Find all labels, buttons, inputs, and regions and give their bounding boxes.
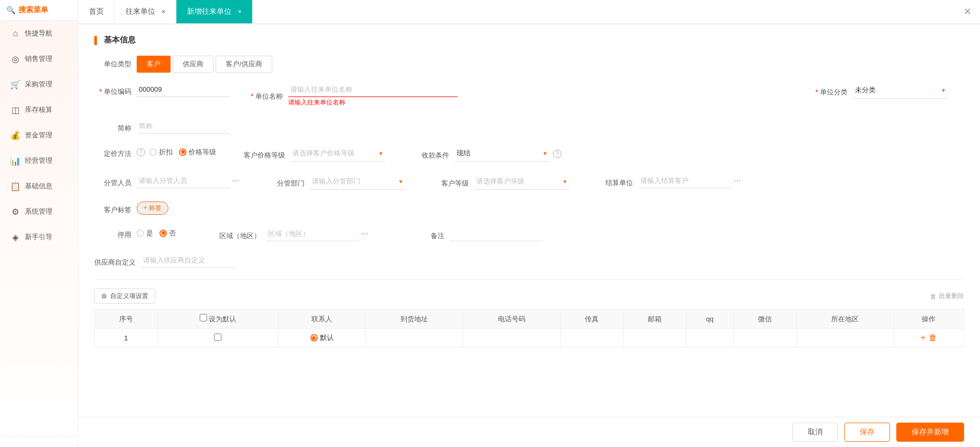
settlement-group: 结算单位 ··· [596,173,743,188]
sidebar-item-finance[interactable]: 💰 资金管理 [0,122,78,148]
add-tag-btn[interactable]: + 标签 [137,201,168,215]
unit-code-input[interactable] [137,82,230,97]
pricing-help-icon[interactable]: ? [137,148,145,156]
row-delete-btn-0[interactable]: 🗑 [929,333,937,343]
disable-no-label[interactable]: 否 [159,229,176,238]
table-cell-0-3 [366,329,463,347]
dept-arrow: ▼ [398,179,403,185]
supplier-custom-input[interactable] [141,253,234,268]
guide-icon: ◈ [10,232,21,242]
disable-yes-radio[interactable] [137,230,144,237]
sidebar-label-basic: 基础信息 [25,181,52,191]
footer-bar: 取消 保存 保存并新增 [78,417,980,447]
tab-close-partners[interactable]: × [162,8,165,15]
type-btn-supplier[interactable]: 供应商 [173,56,213,73]
unit-category-select[interactable]: 未分类 ▼ [853,82,948,99]
table-col-10: 操作 [894,310,964,329]
dept-group: 分管部门 请输入分管部门 ▼ [268,173,405,190]
batch-delete-btn[interactable]: 🗑 批量删除 [930,292,964,301]
unit-name-error: 请输入往来单位名称 [288,98,458,107]
pricing-level-radio[interactable] [179,148,186,156]
tab-new-partner[interactable]: 新增往来单位× [176,0,253,23]
sidebar-search-label: 搜索菜单 [19,5,48,15]
sidebar-label-system: 系统管理 [25,207,52,216]
form-area: ▌ 基本信息 单位类型 客户 供应商 客户/供应商 单位编码 单位名称 [78,24,980,417]
sidebar-item-quick-nav[interactable]: ⌂ 快捷导航 [0,21,78,46]
remark-group: 备注 [407,226,543,241]
unit-type-label: 单位类型 [94,56,137,69]
close-all-tabs[interactable]: ✕ [964,6,972,17]
custom-settings-label: 自定义项设置 [110,292,148,301]
ops-icon: 📊 [10,155,21,166]
unit-name-input[interactable] [288,82,458,97]
cancel-button[interactable]: 取消 [792,423,838,442]
settlement-control [638,173,732,188]
pricing-discount-radio[interactable] [149,148,157,156]
supplier-custom-control [141,253,234,268]
tab-partners[interactable]: 往来单位× [115,0,176,23]
area-input[interactable] [266,226,359,241]
disable-label: 停用 [94,226,137,240]
payment-terms-select[interactable]: 现结 ▼ [455,145,550,162]
pricing-level-label[interactable]: 价格等级 [179,147,216,157]
unit-category-control: 未分类 ▼ [853,82,948,99]
type-btn-both[interactable]: 客户/供应商 [216,56,272,73]
sidebar-label-ops: 经营管理 [25,156,52,165]
table-col-2: 联系人 [279,310,366,329]
pricing-discount-label[interactable]: 折扣 [149,147,173,157]
disable-no-radio[interactable] [159,230,167,237]
inventory-icon: ◫ [10,104,21,115]
save-new-button[interactable]: 保存并新增 [896,423,964,442]
sidebar-label-inventory: 库存核算 [25,105,52,115]
customer-level-select[interactable]: 请选择客户等级 ▼ [474,173,569,190]
sidebar-item-sales[interactable]: ◎ 销售管理 [0,46,78,72]
settlement-input[interactable] [638,173,732,188]
tab-label-partners: 往来单位 [126,7,155,16]
sidebar-label-guide: 新手引导 [25,232,52,242]
supplier-custom-label: 供应商自定义 [94,254,141,267]
table-cell-0-7 [686,329,733,347]
dept-select[interactable]: 请输入分管部门 ▼ [310,173,405,190]
manager-row: 分管人员 ··· 分管部门 请输入分管部门 ▼ 客户等级 [94,173,964,192]
tab-home[interactable]: 首页 [78,0,115,23]
sidebar-item-system[interactable]: ⚙ 系统管理 [0,199,78,224]
payment-terms-label: 收款条件 [412,147,455,160]
sidebar-label-sales: 销售管理 [25,54,52,64]
customer-price-control: 请选择客户价格等级 ▼ [290,145,386,162]
disable-yes-label[interactable]: 是 [137,229,153,238]
unit-type-row: 单位类型 客户 供应商 客户/供应商 [94,56,964,73]
manager-control [137,173,230,188]
row-checkbox-0[interactable] [214,334,221,341]
customer-price-select[interactable]: 请选择客户价格等级 ▼ [290,145,386,162]
manager-label: 分管人员 [94,174,137,188]
default-radio-0[interactable] [310,334,318,341]
row-add-btn-0[interactable]: + [921,333,925,343]
manager-group: 分管人员 ··· [94,173,241,188]
settlement-label: 结算单位 [596,174,638,188]
remark-input[interactable] [450,226,543,241]
sidebar-item-basic[interactable]: 📋 基础信息 [0,173,78,199]
sidebar-item-ops[interactable]: 📊 经营管理 [0,148,78,173]
payment-help-icon[interactable]: ? [553,150,562,158]
short-name-input[interactable] [137,119,230,134]
sidebar-item-guide[interactable]: ◈ 新手引导 [0,224,78,250]
default-radio-cell-0: 默认 [284,333,360,343]
sidebar-search[interactable]: 🔍 搜索菜单 [0,0,78,21]
manager-more-btn[interactable]: ··· [230,176,241,186]
custom-settings-btn[interactable]: ⚙ 自定义项设置 [94,288,155,304]
manager-input[interactable] [137,173,230,188]
pricing-radio-group: 折扣 价格等级 [149,147,216,157]
sidebar-item-inventory[interactable]: ◫ 库存核算 [0,97,78,122]
save-button[interactable]: 保存 [844,423,890,442]
tab-close-new-partner[interactable]: × [238,8,242,15]
payment-terms-value: 现结 [457,148,540,158]
short-name-control [137,119,230,134]
disable-yes-text: 是 [146,229,153,238]
type-btn-customer[interactable]: 客户 [137,56,171,73]
sidebar-item-purchase[interactable]: 🛒 采购管理 [0,72,78,97]
row-actions-0: + 🗑 [899,333,958,343]
purchase-icon: 🛒 [10,79,21,90]
settlement-more-btn[interactable]: ··· [732,176,743,186]
area-more-btn[interactable]: ··· [359,229,370,239]
select-all-checkbox[interactable] [200,314,207,321]
